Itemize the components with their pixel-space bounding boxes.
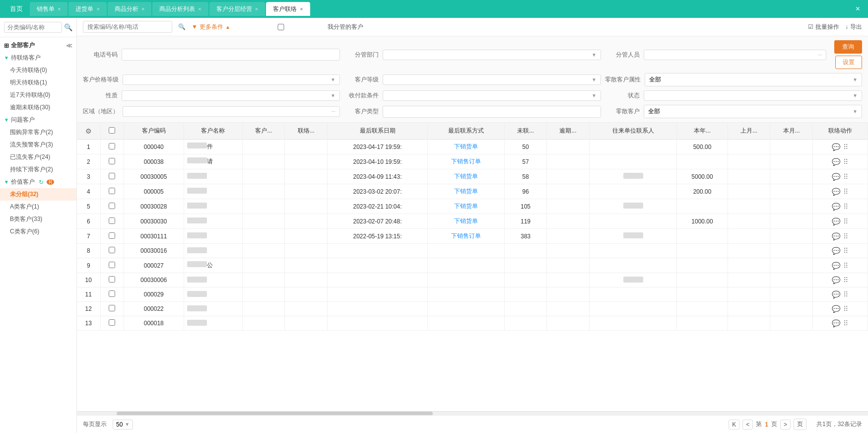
sidebar-item-churn-warning[interactable]: 流失预警客户(3) bbox=[0, 139, 76, 151]
sidebar-group-value[interactable]: ▼ 价值客户 ↻ R bbox=[0, 176, 76, 188]
tab-analysis-list-close[interactable]: × bbox=[198, 6, 201, 12]
more-action-icon[interactable]: ⠿ bbox=[843, 173, 848, 181]
tab-customer-layer[interactable]: 客户分层经营 × bbox=[209, 2, 265, 16]
more-action-icon[interactable]: ⠿ bbox=[843, 247, 848, 255]
sidebar-item-overdue[interactable]: 逾期未联络(30) bbox=[0, 101, 76, 114]
close-all-tabs[interactable]: × bbox=[852, 4, 864, 13]
more-action-icon[interactable]: ⠿ bbox=[843, 262, 848, 270]
more-action-icon[interactable]: ⠿ bbox=[843, 290, 848, 298]
sidebar-item-tomorrow[interactable]: 明天待联络(1) bbox=[0, 76, 76, 89]
contact-phone-icon[interactable]: 💬 bbox=[832, 158, 840, 166]
more-action-icon[interactable]: ⠿ bbox=[843, 143, 848, 151]
contact-phone-icon[interactable]: 💬 bbox=[832, 305, 840, 313]
last-contact-link[interactable]: 下销货单 bbox=[454, 203, 478, 210]
last-contact-link[interactable]: 下销售订单 bbox=[451, 232, 481, 239]
td-checkbox[interactable] bbox=[100, 288, 124, 302]
last-contact-link[interactable]: 下销货单 bbox=[454, 217, 478, 224]
last-page-btn[interactable]: 页 bbox=[794, 419, 806, 430]
td-checkbox[interactable] bbox=[100, 169, 124, 184]
td-checkbox[interactable] bbox=[100, 184, 124, 199]
td-checkbox[interactable] bbox=[100, 214, 124, 229]
td-checkbox[interactable] bbox=[100, 316, 124, 331]
row-checkbox[interactable] bbox=[109, 217, 115, 224]
reset-button[interactable]: 设置 bbox=[835, 56, 862, 69]
row-checkbox[interactable] bbox=[109, 143, 115, 149]
more-action-icon[interactable]: ⠿ bbox=[843, 188, 848, 196]
status-select[interactable]: ▼ bbox=[644, 90, 862, 101]
sidebar-group-pending[interactable]: ▼ 待联络客户 bbox=[0, 52, 76, 64]
more-action-icon[interactable]: ⠿ bbox=[843, 319, 848, 327]
my-customers-check[interactable]: 我分管的客户 bbox=[236, 23, 363, 31]
more-filters-btn[interactable]: ▼ 更多条件 ▲ bbox=[192, 23, 230, 31]
tab-analysis-close[interactable]: × bbox=[141, 6, 144, 12]
row-checkbox[interactable] bbox=[109, 173, 115, 179]
my-customers-checkbox[interactable] bbox=[236, 24, 326, 30]
person-select[interactable]: ··· bbox=[644, 50, 826, 60]
contact-phone-icon[interactable]: 💬 bbox=[832, 143, 840, 151]
row-checkbox[interactable] bbox=[109, 276, 115, 283]
sidebar-item-churned[interactable]: 已流失客户(24) bbox=[0, 151, 76, 163]
more-action-icon[interactable]: ⠿ bbox=[843, 203, 848, 211]
settings-icon[interactable]: ⚙ bbox=[85, 127, 92, 135]
search-input[interactable] bbox=[83, 21, 172, 33]
customer-type-input[interactable] bbox=[383, 106, 601, 118]
all-customers-header[interactable]: ⊞ 全部客户 ≪ bbox=[0, 37, 76, 52]
contact-phone-icon[interactable]: 💬 bbox=[832, 319, 840, 327]
sidebar-group-problem[interactable]: ▼ 问题客户 bbox=[0, 114, 76, 126]
td-checkbox[interactable] bbox=[100, 273, 124, 288]
nature-select[interactable]: ▼ bbox=[122, 90, 340, 101]
horizontal-scrollbar[interactable] bbox=[77, 411, 868, 415]
phone-input[interactable] bbox=[122, 49, 340, 61]
tab-purchase-close[interactable]: × bbox=[96, 6, 99, 12]
sidebar-item-class-c[interactable]: C类客户(6) bbox=[0, 225, 76, 238]
row-checkbox[interactable] bbox=[109, 188, 115, 194]
row-checkbox[interactable] bbox=[109, 290, 115, 297]
tab-purchase[interactable]: 进货单 × bbox=[68, 2, 106, 16]
export-btn[interactable]: ↓ 导出 bbox=[845, 23, 862, 31]
first-page-btn[interactable]: K bbox=[729, 420, 739, 430]
last-contact-link[interactable]: 下销货单 bbox=[454, 173, 478, 180]
contact-phone-icon[interactable]: 💬 bbox=[832, 247, 840, 255]
row-checkbox[interactable] bbox=[109, 319, 115, 326]
row-checkbox[interactable] bbox=[109, 232, 115, 239]
customer-level-select[interactable]: ▼ bbox=[383, 74, 601, 85]
sidebar-item-class-b[interactable]: B类客户(33) bbox=[0, 213, 76, 225]
th-settings[interactable]: ⚙ bbox=[77, 123, 100, 140]
tab-sales-close[interactable]: × bbox=[58, 6, 61, 12]
td-checkbox[interactable] bbox=[100, 154, 124, 169]
tab-customer-contact-close[interactable]: × bbox=[300, 6, 303, 12]
contact-phone-icon[interactable]: 💬 bbox=[832, 173, 840, 181]
next-page-btn[interactable]: > bbox=[780, 420, 791, 430]
contact-phone-icon[interactable]: 💬 bbox=[832, 262, 840, 270]
page-size-selector[interactable]: 50 ▼ bbox=[113, 420, 133, 430]
sidebar-item-declining[interactable]: 持续下滑客户(2) bbox=[0, 163, 76, 176]
th-checkbox[interactable] bbox=[100, 123, 124, 140]
sidebar-item-class-a[interactable]: A类客户(1) bbox=[0, 201, 76, 213]
more-action-icon[interactable]: ⠿ bbox=[843, 305, 848, 313]
retail-select[interactable]: 全部 ▼ bbox=[644, 105, 862, 118]
sidebar-search-input[interactable] bbox=[4, 22, 62, 33]
sidebar-item-7days[interactable]: 近7天待联络(0) bbox=[0, 89, 76, 101]
row-checkbox[interactable] bbox=[109, 262, 115, 268]
row-checkbox[interactable] bbox=[109, 305, 115, 311]
retail-attr-select[interactable]: 全部 ▼ bbox=[645, 73, 862, 86]
contact-phone-icon[interactable]: 💬 bbox=[832, 276, 840, 284]
price-level-select[interactable]: ▼ bbox=[123, 74, 340, 85]
more-action-icon[interactable]: ⠿ bbox=[843, 232, 848, 240]
td-checkbox[interactable] bbox=[100, 244, 124, 258]
tab-customer-layer-close[interactable]: × bbox=[255, 6, 258, 12]
more-action-icon[interactable]: ⠿ bbox=[843, 158, 848, 166]
last-contact-link[interactable]: 下销货单 bbox=[454, 143, 478, 150]
tab-sales[interactable]: 销售单 × bbox=[30, 2, 67, 16]
td-checkbox[interactable] bbox=[100, 199, 124, 214]
tab-analysis-list[interactable]: 商品分析列表 × bbox=[152, 2, 208, 16]
contact-phone-icon[interactable]: 💬 bbox=[832, 217, 840, 225]
search-bar-icon[interactable]: 🔍 bbox=[178, 23, 186, 30]
more-action-icon[interactable]: ⠿ bbox=[843, 217, 848, 225]
last-contact-link[interactable]: 下销售订单 bbox=[451, 158, 481, 165]
region-select[interactable]: ··· bbox=[123, 106, 340, 117]
search-button[interactable]: 查询 bbox=[834, 40, 862, 54]
td-checkbox[interactable] bbox=[100, 258, 124, 273]
batch-op-btn[interactable]: ☑ 批量操作 bbox=[808, 23, 839, 31]
row-checkbox[interactable] bbox=[109, 203, 115, 209]
